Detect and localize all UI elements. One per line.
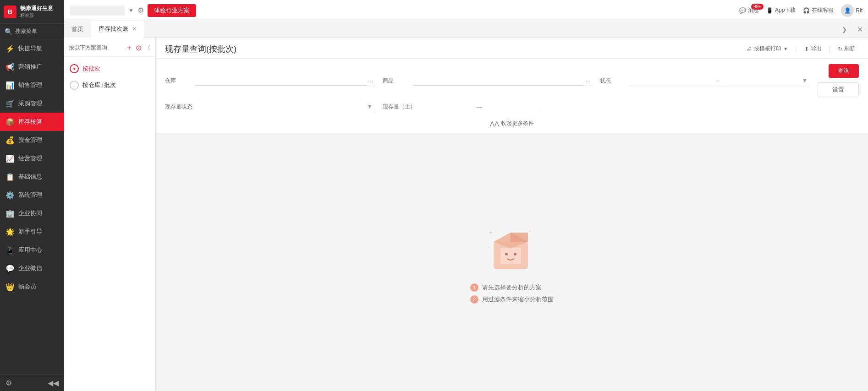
filter-right-actions: 查询 设置 [818,64,859,97]
purchase-icon: 🛒 [5,99,15,108]
nav-quick-guide[interactable]: ⚡ 快捷导航 [0,39,64,58]
messages-badge: 99+ [751,4,764,10]
tip-num-1: 1 [470,283,478,292]
search-menu-label: 搜索菜单 [15,27,37,35]
nav-inventory[interactable]: 📦 库存核算 [0,113,64,131]
product-input-wrap: ··· [413,75,593,86]
inventory-status-select[interactable]: ▼ [195,102,375,112]
collapse-sidebar-icon[interactable]: ◀◀ [48,379,59,387]
tip-text-2: 用过滤条件来缩小分析范围 [482,295,554,304]
scheme-add-button[interactable]: ＋ [126,43,133,53]
page-actions: 🖨 按模板打印 ▼ | ⬆ 导出 | ↻ 刷新 [743,43,859,54]
inventory-main-to[interactable] [485,102,540,112]
product-input[interactable] [413,75,584,86]
nav-wechat[interactable]: 💬 企业微信 [0,259,64,277]
collapse-filter-label: 收起更多条件 [501,119,534,127]
scheme-list: ✦ 按批次 ○ 按仓库+批次 [64,57,155,391]
scheme-item-by-batch[interactable]: ✦ 按批次 [64,60,155,77]
main-panel: 现存量查询(按批次) 🖨 按模板打印 ▼ | ⬆ 导出 | [156,38,868,391]
export-icon: ⬆ [804,46,809,52]
filter-product: 商品 ··· [383,75,593,86]
scheme-collapse-button[interactable]: 《 [144,44,151,52]
nav-label: 基础信息 [18,173,42,181]
export-label: 导出 [811,45,822,53]
nav-enterprise[interactable]: 🏢 企业协同 [0,204,64,223]
operations-icon: 📈 [5,154,15,163]
filter-area: 仓库 ··· 商品 ··· [156,59,868,133]
printer-icon: 🖨 [747,46,752,52]
print-template-button[interactable]: 🖨 按模板打印 ▼ [743,43,791,54]
filter-settings-button[interactable]: 设置 [818,82,859,97]
messages-action[interactable]: 💬 消息 99+ [739,6,759,14]
online-service-action[interactable]: 🎧 在线客服 [803,6,834,14]
scheme-item-by-warehouse-batch[interactable]: ○ 按仓库+批次 [64,77,155,93]
refresh-button[interactable]: ↻ 刷新 [834,43,859,54]
quick-guide-icon: ⚡ [5,44,15,53]
dropdown-icon[interactable]: ▼ [128,7,134,14]
status-select[interactable]: ··· ▼ [630,76,810,86]
nav-app-center[interactable]: 📱 应用中心 [0,241,64,259]
svg-point-5 [514,253,516,255]
warehouse-input-wrap: ··· [195,75,375,86]
svg-text:✦: ✦ [528,228,532,234]
nav-operations[interactable]: 📈 经营管理 [0,149,64,168]
nav-member[interactable]: 👑 畅会员 [0,277,64,296]
scheme-active-icon: ✦ [70,64,79,73]
svg-text:✦: ✦ [488,229,494,236]
filter-status: 状态 ··· ▼ [600,76,810,86]
nav-sales[interactable]: 📊 销售管理 [0,76,64,94]
query-button[interactable]: 查询 [829,64,859,78]
sidebar: B 畅康通好生意 标准版 🔍 搜索菜单 ⚡ 快捷导航 📢 营销推广 📊 销 [0,0,64,391]
app-download-action[interactable]: 📱 App下载 [766,6,796,14]
nav-system[interactable]: ⚙️ 系统管理 [0,186,64,204]
tab-inventory-batch-label: 库存批次账 [99,25,128,33]
empty-tip-2: 2 用过滤条件来缩小分析范围 [470,295,554,304]
app-download-label: App下载 [775,6,796,14]
finance-icon: 💰 [5,136,15,145]
main-area: ▼ ⚙ 体验行业方案 💬 消息 99+ 📱 App下载 🎧 在线客服 [64,0,868,391]
product-more-btn[interactable]: ··· [584,77,593,84]
status-more-btn[interactable]: ··· [714,77,722,84]
page-title: 现存量查询(按批次) [165,43,236,54]
user-profile[interactable]: 👤 Rit [841,4,863,17]
content-area: 按以下方案查询 ＋ ⊙ 《 ✦ 按批次 ○ 按仓库+批次 [64,38,868,391]
nav-newbie[interactable]: 🌟 新手引导 [0,223,64,241]
filter-collapse-row: ⋀⋀ 收起更多条件 [165,117,859,127]
collapse-filter-button[interactable]: ⋀⋀ 收起更多条件 [490,119,534,127]
empty-box-svg: ✦ ✦ ✦ [484,221,539,276]
breadcrumb-input[interactable] [70,5,125,16]
inventory-icon: 📦 [5,117,15,126]
nav-marketing[interactable]: 📢 营销推广 [0,58,64,76]
inventory-main-label: 现存量（主） [383,103,416,111]
top-bar-settings-icon[interactable]: ⚙ [137,6,144,15]
marketing-icon: 📢 [5,62,15,71]
settings-icon[interactable]: ⚙ [5,379,12,387]
svg-text:✦: ✦ [487,245,490,250]
messages-icon: 💬 [739,7,746,14]
nav-label: 企业协同 [18,209,42,217]
tab-bar-expand-icon[interactable]: ❯ [839,21,850,38]
nav-basic-info[interactable]: 📋 基础信息 [0,168,64,186]
trial-button[interactable]: 体验行业方案 [148,4,196,17]
search-menu-item[interactable]: 🔍 搜索菜单 [0,24,64,39]
user-avatar: 👤 [841,4,854,17]
warehouse-input[interactable] [195,75,366,86]
tab-bar-close-button[interactable]: ✕ [852,21,868,38]
svg-rect-3 [500,248,521,264]
member-icon: 👑 [5,282,15,291]
nav-label: 采购管理 [18,99,42,108]
inventory-main-from[interactable] [418,102,473,112]
refresh-icon: ↻ [838,46,842,52]
scheme-settings-button[interactable]: ⊙ [136,43,142,52]
filter-warehouse: 仓库 ··· [165,75,375,86]
tab-inventory-batch[interactable]: 库存批次账 ✕ [91,21,144,38]
tab-close-icon[interactable]: ✕ [132,26,137,32]
user-name: Rit [856,7,863,14]
warehouse-more-btn[interactable]: ··· [366,77,375,84]
nav-finance[interactable]: 💰 资金管理 [0,131,64,149]
export-button[interactable]: ⬆ 导出 [801,43,825,54]
scheme-panel-header: 按以下方案查询 ＋ ⊙ 《 [64,38,155,57]
tab-home[interactable]: 首页 [64,21,91,38]
svg-point-4 [505,253,508,255]
nav-purchase[interactable]: 🛒 采购管理 [0,94,64,113]
